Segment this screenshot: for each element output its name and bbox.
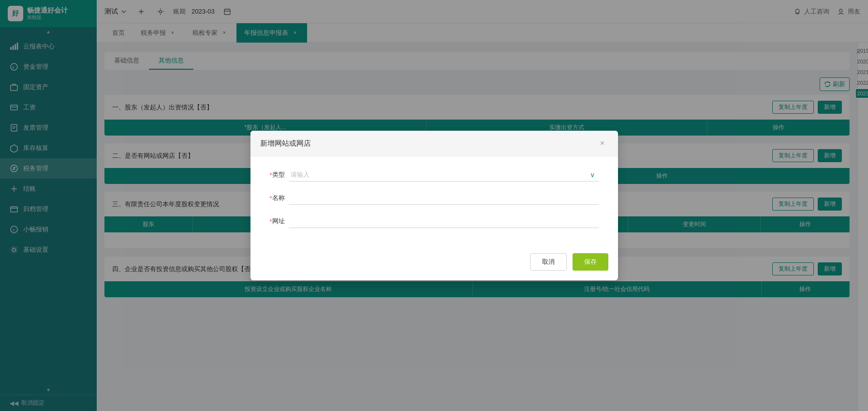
name-input[interactable] — [289, 191, 599, 205]
name-control — [289, 191, 599, 205]
form-row-url: * 网址 — [270, 214, 599, 228]
name-label: 名称 — [272, 194, 285, 202]
type-control: ∨ — [289, 168, 599, 182]
url-label: 网址 — [272, 217, 285, 226]
form-row-type: * 类型 ∨ — [270, 168, 599, 182]
add-website-modal: 新增网站或网店 × * 类型 ∨ * 名称 — [250, 131, 618, 280]
modal-close-btn[interactable]: × — [597, 137, 608, 149]
url-control — [289, 214, 599, 228]
form-row-name: * 名称 — [270, 191, 599, 205]
modal-title: 新增网站或网店 — [260, 139, 311, 148]
url-input[interactable] — [289, 214, 599, 228]
type-input[interactable] — [289, 168, 599, 182]
type-label: 类型 — [272, 170, 285, 179]
save-btn[interactable]: 保存 — [573, 253, 608, 271]
modal-body: * 类型 ∨ * 名称 * 网址 — [250, 156, 618, 247]
cancel-btn[interactable]: 取消 — [530, 253, 567, 271]
modal-header: 新增网站或网店 × — [250, 131, 618, 156]
modal-footer: 取消 保存 — [250, 247, 618, 280]
modal-overlay: 新增网站或网店 × * 类型 ∨ * 名称 — [0, 0, 868, 411]
